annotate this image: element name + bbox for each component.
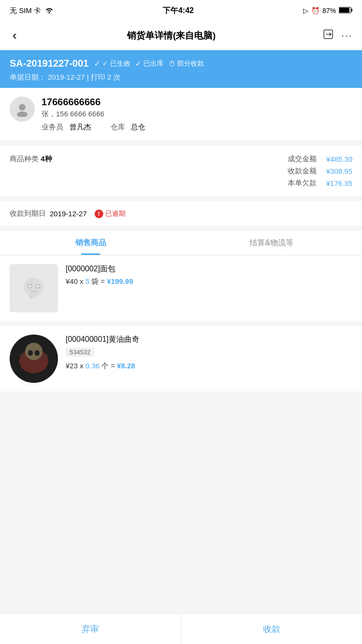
overdue-badge: ! 已逾期	[95, 210, 125, 218]
badge-activated: ✓ ✓ 已生效	[94, 59, 130, 68]
more-button[interactable]: ···	[341, 30, 352, 41]
due-date-section: 收款到期日 2019-12-27 ! 已逾期	[0, 201, 362, 226]
nav-bar: ‹ 销货单详情(来自电脑) ···	[0, 21, 362, 50]
tab-settlement[interactable]: 结算&物流等	[181, 231, 362, 255]
wifi-icon	[45, 7, 54, 15]
collected-label: 收款金额	[288, 167, 317, 176]
deal-amount: ¥485.30	[326, 155, 352, 163]
overdue-text: 已逾期	[105, 210, 125, 218]
badge-partial: ⏱ 部分收款	[168, 59, 204, 68]
svg-point-15	[28, 350, 33, 356]
svg-rect-1	[339, 8, 349, 13]
status-time: 下午4:42	[163, 6, 194, 16]
product-item: 兽+ [0000002]面包 ¥40 x 5 袋 = ¥199.99	[0, 255, 362, 321]
product-batch: 534532	[66, 348, 94, 357]
product-item: [000400001]黄油曲奇 534532 ¥23 x 0.36 个 = ¥8…	[0, 326, 362, 392]
alarm-icon: ⏰	[311, 7, 320, 14]
tab-sales-products[interactable]: 销售商品	[0, 231, 181, 255]
product-details-1: [0000002]面包 ¥40 x 5 袋 = ¥199.99	[66, 264, 352, 286]
svg-point-14	[25, 343, 42, 360]
battery-label: 87%	[322, 7, 336, 14]
svg-point-9	[29, 285, 31, 288]
svg-point-4	[19, 104, 26, 111]
due-label: 收款到期日	[10, 209, 46, 218]
collect-payment-button[interactable]: 收款	[181, 614, 362, 644]
warehouse-name: 总仓	[131, 123, 145, 131]
products-list: 兽+ [0000002]面包 ¥40 x 5 袋 = ¥199.99	[0, 255, 362, 392]
product-name-2: [000400001]黄油曲奇	[66, 335, 352, 345]
back-button[interactable]: ‹	[10, 28, 20, 43]
product-price-2: ¥23 x 0.36 个 = ¥8.28	[66, 362, 352, 371]
location-icon: ▷	[303, 7, 308, 14]
product-thumbnail-1: 兽+	[10, 264, 58, 312]
product-details-2: [000400001]黄油曲奇 534532 ¥23 x 0.36 个 = ¥8…	[66, 335, 352, 371]
order-date: 单据日期： 2019-12-27 | 打印 2 次	[10, 73, 352, 82]
svg-point-5	[17, 112, 28, 117]
svg-point-16	[35, 350, 40, 356]
bottom-bar: 弃审 收款	[0, 613, 362, 644]
product-price-1: ¥40 x 5 袋 = ¥199.99	[66, 277, 352, 286]
owed-label: 本单欠款	[288, 179, 317, 188]
svg-point-6	[24, 278, 43, 297]
product-name-1: [0000002]面包	[66, 264, 352, 274]
customer-avatar	[10, 97, 35, 122]
cancel-review-button[interactable]: 弃审	[0, 614, 181, 644]
product-type-summary: 商品种类 4种	[10, 154, 52, 188]
owed-amount: ¥176.35	[326, 179, 352, 187]
product-thumbnail-2	[10, 335, 58, 383]
customer-phone: 张，156 6666 6666	[42, 110, 352, 119]
svg-rect-2	[351, 9, 352, 12]
deal-label: 成交金额	[288, 154, 317, 164]
carrier-label: 无 SIM 卡	[10, 6, 41, 15]
svg-point-10	[37, 285, 39, 288]
svg-text:兽+: 兽+	[29, 295, 36, 300]
amount-summary: 成交金额 ¥485.30 收款金额 ¥308.95 本单欠款 ¥176.35	[288, 154, 352, 188]
customer-name: 17666666666	[42, 97, 352, 108]
due-date: 2019-12-27	[50, 210, 87, 218]
tabs-section: 销售商品 结算&物流等	[0, 231, 362, 255]
summary-section: 商品种类 4种 成交金额 ¥485.30 收款金额 ¥308.95 本单欠款 ¥…	[0, 146, 362, 196]
customer-section: 17666666666 张，156 6666 6666 业务员 曾凡杰 仓库 总…	[0, 88, 362, 141]
collected-amount: ¥308.95	[326, 167, 352, 175]
overdue-icon: !	[95, 210, 103, 218]
battery-icon	[339, 7, 352, 15]
share-button[interactable]	[323, 29, 334, 42]
badge-shipped: ✓ 已出库	[135, 59, 164, 68]
customer-meta: 业务员 曾凡杰 仓库 总仓	[42, 123, 352, 132]
nav-title: 销货单详情(来自电脑)	[127, 29, 216, 42]
sales-name: 曾凡杰	[70, 123, 91, 131]
order-id: SA-20191227-001	[10, 58, 88, 69]
order-banner: SA-20191227-001 ✓ ✓ 已生效 ✓ 已出库 ⏱ 部分收款 单据日…	[0, 50, 362, 88]
status-bar: 无 SIM 卡 下午4:42 ▷ ⏰ 87%	[0, 0, 362, 21]
